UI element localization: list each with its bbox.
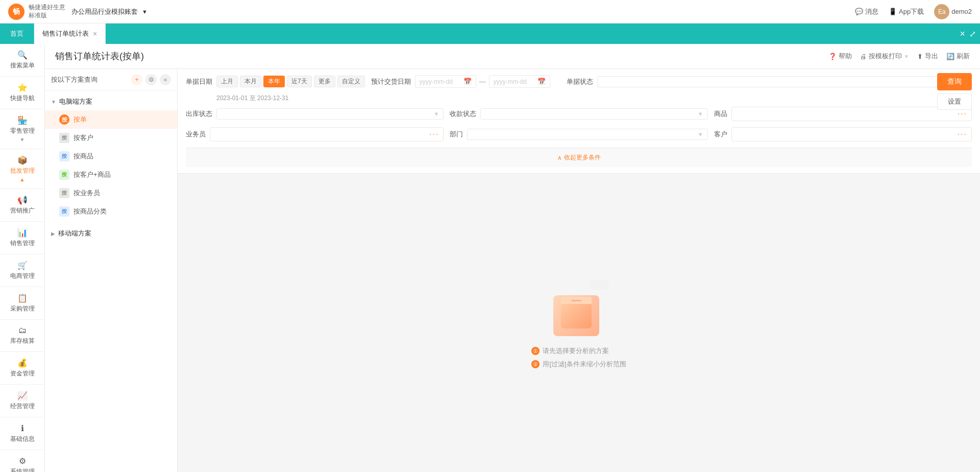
sidebar-item-marketing[interactable]: 📢 营销推广 xyxy=(0,189,44,222)
message-label: 消息 xyxy=(865,7,878,16)
scheme-item-by-customer-goods[interactable]: 按 按客户+商品 xyxy=(45,166,177,184)
sidebar-item-quick-nav[interactable]: ⭐ 快捷导航 xyxy=(0,77,44,109)
settings-scheme-btn[interactable]: ⚙ xyxy=(145,74,157,85)
shipment-filter-group: 出库状态 ▼ xyxy=(186,108,444,120)
sales-icon: 📊 xyxy=(17,228,28,238)
sidebar-label-finance: 资金管理 xyxy=(10,369,35,378)
scheme-category-desktop[interactable]: ▼ 电脑端方案 xyxy=(45,93,177,110)
sidebar-item-inventory[interactable]: 🗂 库存核算 xyxy=(0,320,44,352)
empty-tips: ① 请先选择要分析的方案 ② 用[过滤]条件来缩小分析范围 xyxy=(531,344,626,371)
sidebar-item-management[interactable]: 📈 经营管理 xyxy=(0,385,44,417)
customer-more-dots[interactable]: ··· xyxy=(958,130,967,139)
dept-label: 部门 xyxy=(450,130,463,139)
scheme-icon-by-order: 按 xyxy=(59,114,69,125)
cloud-deco xyxy=(589,275,615,300)
dept-select[interactable]: ▼ xyxy=(467,129,707,140)
action-buttons: 查询 设置 xyxy=(937,73,972,110)
scheme-label-by-salesman: 按业务员 xyxy=(74,188,100,198)
empty-state: ① 请先选择要分析的方案 ② 用[过滤]条件来缩小分析范围 xyxy=(178,174,980,472)
date-separator: — xyxy=(479,78,486,85)
scheme-label-by-customer: 按客户 xyxy=(74,133,93,143)
customer-label: 客户 xyxy=(714,130,727,139)
sidebar-label-marketing: 营销推广 xyxy=(10,206,35,215)
scheme-item-by-goods[interactable]: 按 按商品 xyxy=(45,147,177,166)
sidebar-item-basic-info[interactable]: ℹ 基础信息 xyxy=(0,417,44,450)
app-download-btn[interactable]: 📱 App下载 xyxy=(889,7,924,16)
scheme-item-by-salesman[interactable]: 按 按业务员 xyxy=(45,184,177,202)
template-print-btn[interactable]: 🖨 按模板打印 ▼ xyxy=(860,52,909,61)
date-btn-more[interactable]: 更多 xyxy=(314,76,335,87)
delivery-date-to-placeholder: yyyy-mm-dd xyxy=(494,78,527,85)
sidebar-item-sales[interactable]: 📊 销售管理 xyxy=(0,222,44,254)
payment-dropdown-icon: ▼ xyxy=(698,111,703,117)
refresh-btn[interactable]: 🔄 刷新 xyxy=(946,52,970,61)
salesman-more-dots[interactable]: ··· xyxy=(429,130,439,139)
tab-close-btn[interactable]: × xyxy=(93,30,97,37)
query-button[interactable]: 查询 xyxy=(937,73,972,90)
sidebar-label-retail: 零售管理 xyxy=(10,127,35,135)
scheme-item-by-customer[interactable]: 按 按客户 xyxy=(45,129,177,147)
sidebar-item-finance[interactable]: 💰 资金管理 xyxy=(0,352,44,385)
app-title: 办公用品行业模拟账套 xyxy=(71,7,138,16)
date-btn-custom[interactable]: 自定义 xyxy=(337,76,365,87)
sidebar-item-search[interactable]: 🔍 搜索菜单 xyxy=(0,44,44,77)
sidebar-label-quick-nav: 快捷导航 xyxy=(10,94,35,103)
sidebar-item-ecommerce[interactable]: 🛒 电商管理 xyxy=(0,254,44,287)
scheme-category-mobile[interactable]: ▶ 移动端方案 xyxy=(45,225,177,242)
marketing-icon: 📢 xyxy=(17,195,28,205)
payment-label: 收款状态 xyxy=(450,109,476,119)
tab-home[interactable]: 首页 xyxy=(0,23,34,44)
search-icon: 🔍 xyxy=(17,50,28,60)
date-btn-last-month[interactable]: 上月 xyxy=(216,76,238,87)
salesman-label: 业务员 xyxy=(186,130,206,139)
scheme-item-by-goods-cat[interactable]: 按 按商品分类 xyxy=(45,202,177,221)
export-btn[interactable]: ⬆ 导出 xyxy=(917,52,938,61)
filter-panel: 单据日期 上月 本月 本年 近7天 更多 自定义 xyxy=(178,69,980,174)
sidebar-item-wholesale[interactable]: 📦 批发管理 ▲ xyxy=(0,149,44,189)
tab-bar: 首页 销售订单统计表 × × ⤢ xyxy=(0,23,980,44)
scheme-label-by-order: 按单 xyxy=(74,115,87,124)
date-btn-this-year[interactable]: 本年 xyxy=(263,76,285,87)
sidebar-item-system[interactable]: ⚙ 系统管理 xyxy=(0,450,44,472)
goods-more-dots[interactable]: ··· xyxy=(958,109,967,119)
message-btn[interactable]: 💬 消息 xyxy=(855,7,878,16)
salesman-select[interactable]: ··· xyxy=(210,127,444,141)
delivery-date-from[interactable]: yyyy-mm-dd 📅 xyxy=(415,75,476,88)
box-lid-stripe xyxy=(571,300,581,301)
window-close-btn[interactable]: × xyxy=(960,29,965,39)
collapse-arrow-icon: ∧ xyxy=(557,154,562,161)
logo-area[interactable]: 畅 畅捷通好生意 标准版 xyxy=(8,4,65,20)
shipment-select[interactable]: ▼ xyxy=(216,108,444,120)
collapse-filters-btn[interactable]: ∧ 收起更多条件 xyxy=(186,148,972,167)
delivery-date-to[interactable]: yyyy-mm-dd 📅 xyxy=(489,75,550,88)
date-btn-this-month[interactable]: 本月 xyxy=(240,76,261,87)
collapse-panel-btn[interactable]: « xyxy=(160,74,171,85)
sidebar-item-purchase[interactable]: 📋 采购管理 xyxy=(0,287,44,320)
customer-select[interactable]: ··· xyxy=(731,127,972,141)
user-area[interactable]: Ea demo2 xyxy=(934,4,972,19)
goods-select[interactable]: ··· xyxy=(731,107,972,121)
retail-icon: 🏪 xyxy=(17,115,28,125)
dropdown-icon[interactable]: ▼ xyxy=(142,9,148,15)
desktop-label: 电脑端方案 xyxy=(59,97,92,106)
collapse-text: 收起更多条件 xyxy=(564,153,601,162)
calendar-icon-to: 📅 xyxy=(537,78,546,85)
scheme-label-by-goods-cat: 按商品分类 xyxy=(74,207,107,216)
page-actions: ❓ 帮助 🖨 按模板打印 ▼ ⬆ 导出 🔄 刷新 xyxy=(828,52,970,67)
top-bar-right: 💬 消息 📱 App下载 Ea demo2 xyxy=(855,4,972,19)
scheme-icon-by-goods: 按 xyxy=(59,151,69,161)
help-btn[interactable]: ❓ 帮助 xyxy=(828,52,852,61)
mobile-label: 移动端方案 xyxy=(58,229,91,238)
window-maximize-btn[interactable]: ⤢ xyxy=(969,29,976,39)
tip-text-1: 请先选择要分析的方案 xyxy=(543,344,609,358)
scheme-item-by-order[interactable]: 按 按单 xyxy=(45,110,177,129)
payment-select[interactable]: ▼ xyxy=(480,108,707,120)
date-btn-7days[interactable]: 近7天 xyxy=(287,76,312,87)
add-scheme-btn[interactable]: + xyxy=(131,74,142,85)
finance-icon: 💰 xyxy=(17,358,28,368)
settings-button[interactable]: 设置 xyxy=(937,93,972,110)
tab-active[interactable]: 销售订单统计表 × xyxy=(34,23,106,44)
status-select[interactable]: ▼ xyxy=(597,76,972,87)
logo-icon: 畅 xyxy=(8,4,24,20)
sidebar-item-retail[interactable]: 🏪 零售管理 ▼ xyxy=(0,109,44,149)
